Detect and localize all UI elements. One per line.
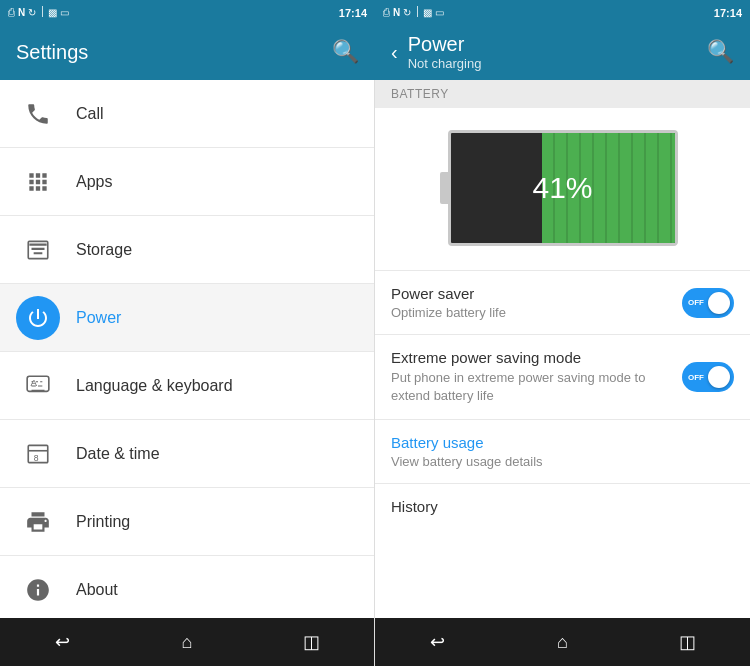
right-status-bar: ⎙ N ↻ ⏐ ▩ ▭ 17:14 bbox=[375, 0, 750, 24]
settings-item-apps[interactable]: Apps bbox=[0, 148, 374, 216]
right-app-bar-content: Power Not charging bbox=[408, 33, 707, 71]
call-label: Call bbox=[76, 105, 104, 123]
battery-usage-item[interactable]: Battery usage View battery usage details bbox=[375, 420, 750, 484]
apps-icon bbox=[16, 160, 60, 204]
r-nfc-icon: N bbox=[393, 7, 400, 18]
history-title: History bbox=[391, 498, 438, 515]
extreme-power-text: Extreme power saving mode Put phone in e… bbox=[391, 349, 672, 405]
left-status-bar: ⎙ N ↻ ⏐ ▩ ▭ 17:14 bbox=[0, 0, 375, 24]
settings-item-language[interactable]: A Language & keyboard bbox=[0, 352, 374, 420]
right-search-icon[interactable]: 🔍 bbox=[707, 39, 734, 65]
power-label: Power bbox=[76, 309, 121, 327]
r-battery-icon: ▭ bbox=[435, 7, 444, 18]
settings-item-call[interactable]: Call bbox=[0, 80, 374, 148]
power-saver-desc: Optimize battery life bbox=[391, 305, 672, 320]
battery-percent-container: 41% bbox=[451, 133, 675, 243]
right-home-btn[interactable]: ⌂ bbox=[533, 632, 593, 653]
right-back-btn[interactable]: ↩ bbox=[408, 631, 468, 653]
about-label: About bbox=[76, 581, 118, 599]
battery-section-label: BATTERY bbox=[375, 80, 750, 108]
datetime-icon: 8 bbox=[16, 432, 60, 476]
extreme-power-desc: Put phone in extreme power saving mode t… bbox=[391, 369, 672, 405]
settings-item-storage[interactable]: Storage bbox=[0, 216, 374, 284]
language-icon: A bbox=[16, 364, 60, 408]
print-icon bbox=[16, 500, 60, 544]
r-signal-icon: ▩ bbox=[423, 7, 432, 18]
search-icon[interactable]: 🔍 bbox=[332, 39, 359, 65]
left-status-time: 17:14 bbox=[339, 7, 367, 19]
extreme-power-toggle[interactable]: OFF bbox=[682, 362, 734, 392]
battery-icon: ▭ bbox=[60, 7, 69, 18]
extreme-toggle-label: OFF bbox=[688, 373, 704, 382]
right-app-bar: ‹ Power Not charging 🔍 bbox=[375, 24, 750, 80]
left-home-btn[interactable]: ⌂ bbox=[157, 632, 217, 653]
battery-graphic: 41% bbox=[448, 130, 678, 246]
battery-usage-desc: View battery usage details bbox=[391, 454, 543, 469]
settings-item-datetime[interactable]: 8 Date & time bbox=[0, 420, 374, 488]
rotate-icon: ↻ bbox=[28, 7, 36, 18]
left-nav-bar: ↩ ⌂ ◫ bbox=[0, 618, 374, 666]
info-icon bbox=[16, 568, 60, 612]
svg-text:A: A bbox=[30, 377, 37, 388]
power-saver-toggle[interactable]: OFF bbox=[682, 288, 734, 318]
extreme-power-knob bbox=[708, 366, 730, 388]
power-saver-knob bbox=[708, 292, 730, 314]
datetime-label: Date & time bbox=[76, 445, 160, 463]
apps-label: Apps bbox=[76, 173, 112, 191]
signal-icon: ▩ bbox=[48, 7, 57, 18]
call-icon bbox=[16, 92, 60, 136]
battery-usage-content: Battery usage View battery usage details bbox=[391, 434, 543, 469]
battery-visual-section: 41% bbox=[375, 108, 750, 271]
svg-text:8: 8 bbox=[34, 452, 39, 462]
history-item[interactable]: History bbox=[375, 484, 750, 529]
power-title: Power bbox=[408, 33, 707, 56]
left-back-btn[interactable]: ↩ bbox=[32, 631, 92, 653]
right-nav-bar: ↩ ⌂ ◫ bbox=[375, 618, 750, 666]
settings-item-printing[interactable]: Printing bbox=[0, 488, 374, 556]
settings-list: Call Apps Storage Power bbox=[0, 80, 374, 618]
printing-label: Printing bbox=[76, 513, 130, 531]
power-saver-title: Power saver bbox=[391, 285, 672, 302]
storage-label: Storage bbox=[76, 241, 132, 259]
settings-item-power[interactable]: Power bbox=[0, 284, 374, 352]
extreme-power-title: Extreme power saving mode bbox=[391, 349, 672, 366]
settings-title: Settings bbox=[16, 41, 332, 64]
power-icon-circle bbox=[16, 296, 60, 340]
r-wifi-icon: ⏐ bbox=[414, 6, 420, 18]
bluetooth-icon: ⎙ bbox=[8, 6, 15, 18]
power-subtitle: Not charging bbox=[408, 56, 707, 71]
storage-icon bbox=[16, 228, 60, 272]
power-options-list: Power saver Optimize battery life OFF Ex… bbox=[375, 271, 750, 618]
right-recent-btn[interactable]: ◫ bbox=[658, 631, 718, 653]
power-saver-item[interactable]: Power saver Optimize battery life OFF bbox=[375, 271, 750, 335]
battery-percentage: 41% bbox=[532, 171, 592, 205]
right-status-time: 17:14 bbox=[714, 7, 742, 19]
left-recent-btn[interactable]: ◫ bbox=[282, 631, 342, 653]
language-label: Language & keyboard bbox=[76, 377, 233, 395]
power-saver-text: Power saver Optimize battery life bbox=[391, 285, 672, 320]
r-rotate-icon: ↻ bbox=[403, 7, 411, 18]
extreme-power-item[interactable]: Extreme power saving mode Put phone in e… bbox=[375, 335, 750, 420]
back-icon[interactable]: ‹ bbox=[391, 41, 398, 64]
settings-item-about[interactable]: About bbox=[0, 556, 374, 618]
settings-panel: Call Apps Storage Power bbox=[0, 80, 375, 666]
left-app-bar: Settings 🔍 bbox=[0, 24, 375, 80]
wifi-icon: ⏐ bbox=[39, 6, 45, 18]
battery-body: 41% bbox=[448, 130, 678, 246]
battery-usage-title: Battery usage bbox=[391, 434, 543, 451]
power-panel: BATTERY 41% bbox=[375, 80, 750, 666]
r-bluetooth-icon: ⎙ bbox=[383, 6, 390, 18]
nfc-icon: N bbox=[18, 7, 25, 18]
power-saver-toggle-label: OFF bbox=[688, 298, 704, 307]
